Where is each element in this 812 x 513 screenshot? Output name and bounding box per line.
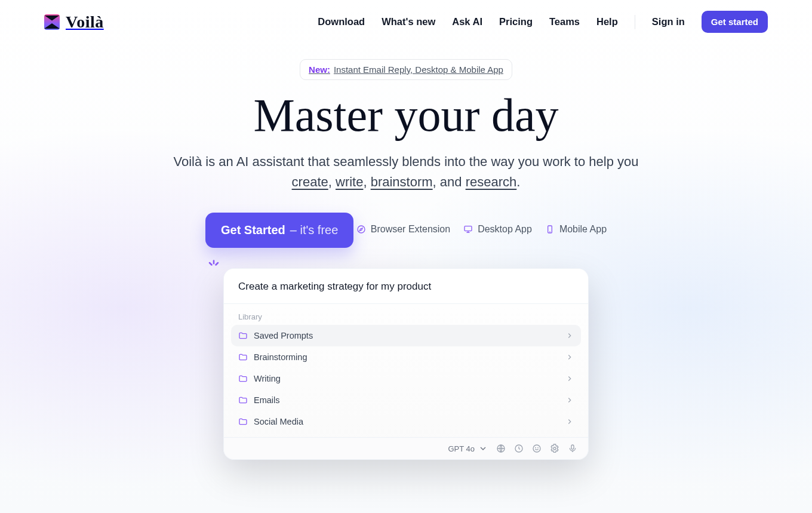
library-item-emails[interactable]: Emails — [231, 389, 581, 411]
badge-text: Instant Email Reply, Desktop & Mobile Ap… — [334, 64, 503, 75]
model-label: GPT 4o — [448, 444, 475, 453]
library-item-label: Social Media — [254, 417, 303, 426]
chevron-right-icon — [565, 417, 574, 426]
hero: New: Instant Email Reply, Desktop & Mobi… — [113, 59, 699, 248]
spark-icon — [205, 259, 222, 275]
chevron-right-icon — [565, 331, 574, 340]
app-mock-footer-right: GPT 4o — [448, 444, 577, 453]
page-subtitle: Voilà is an AI assistant that seamlessly… — [161, 152, 651, 192]
brand-logo-icon — [44, 14, 60, 30]
chevron-right-icon — [565, 374, 574, 383]
platform-desktop[interactable]: Desktop App — [463, 224, 532, 235]
chevron-right-icon — [565, 353, 574, 361]
monitor-icon — [463, 225, 473, 234]
app-mock-footer: GPT 4o — [224, 437, 588, 459]
globe-icon[interactable] — [496, 444, 506, 453]
cta-secondary-label: – it's free — [290, 223, 339, 237]
page-title: Master your day — [128, 91, 684, 140]
folder-icon — [238, 374, 248, 383]
gear-icon[interactable] — [550, 444, 559, 453]
brand[interactable]: Voilà — [44, 13, 104, 32]
subtitle-underline-write: write — [336, 174, 363, 189]
folder-icon — [238, 352, 248, 362]
subtitle-underline-create: create — [292, 174, 328, 189]
clock-icon[interactable] — [514, 444, 524, 453]
cta-main-label: Get Started — [221, 223, 285, 237]
nav-sign-in[interactable]: Sign in — [652, 16, 685, 27]
svg-point-0 — [358, 226, 365, 233]
subtitle-pre: Voilà is an AI assistant that seamlessly… — [174, 154, 639, 169]
mobile-icon — [545, 225, 555, 234]
nav-whats-new[interactable]: What's new — [382, 16, 435, 27]
svg-rect-9 — [571, 445, 574, 449]
library-item-label: Brainstorming — [254, 352, 307, 362]
compass-icon — [356, 225, 366, 234]
library-item-brainstorming[interactable]: Brainstorming — [231, 346, 581, 368]
badge-new-label: New: — [309, 64, 330, 75]
subtitle-underline-brainstorm: brainstorm — [371, 174, 433, 189]
library-item-writing[interactable]: Writing — [231, 368, 581, 389]
svg-point-5 — [533, 445, 540, 452]
svg-point-7 — [538, 447, 539, 448]
platform-row: Browser Extension Desktop App Mobile App — [356, 224, 607, 235]
nav-help[interactable]: Help — [596, 16, 618, 27]
app-mock-wrap: Create a marketing strategy for my produ… — [209, 268, 603, 474]
prompt-input[interactable]: Create a marketing strategy for my produ… — [224, 269, 588, 304]
main-nav: Download What's new Ask AI Pricing Teams… — [318, 11, 768, 33]
library-item-saved-prompts[interactable]: Saved Prompts — [231, 325, 581, 346]
library-item-label: Saved Prompts — [254, 331, 313, 340]
primary-cta-button[interactable]: Get Started – it's free — [205, 213, 353, 248]
section-label-library: Library — [224, 304, 588, 325]
library-item-social-media[interactable]: Social Media — [231, 411, 581, 432]
svg-point-8 — [553, 447, 556, 450]
platform-browser[interactable]: Browser Extension — [356, 224, 450, 235]
platform-mobile[interactable]: Mobile App — [545, 224, 607, 235]
smile-icon[interactable] — [532, 444, 542, 453]
app-mock-window: Create a marketing strategy for my produ… — [223, 268, 589, 460]
svg-rect-1 — [465, 226, 472, 231]
nav-pricing[interactable]: Pricing — [499, 16, 533, 27]
nav-ask-ai[interactable]: Ask AI — [452, 16, 482, 27]
svg-point-6 — [536, 447, 536, 448]
model-select[interactable]: GPT 4o — [448, 444, 488, 453]
mic-icon[interactable] — [568, 444, 577, 453]
library-item-label: Emails — [254, 395, 280, 405]
subtitle-underline-research: research — [466, 174, 517, 189]
nav-divider — [635, 15, 635, 29]
nav-get-started-button[interactable]: Get started — [702, 11, 768, 33]
nav-teams[interactable]: Teams — [549, 16, 580, 27]
folder-icon — [238, 331, 248, 340]
nav-download[interactable]: Download — [318, 16, 365, 27]
library-list: Saved Prompts Brainstorming Writing — [224, 325, 588, 437]
chevron-down-icon — [478, 444, 488, 453]
brand-name: Voilà — [66, 13, 104, 32]
library-item-label: Writing — [254, 374, 281, 383]
header: Voilà Download What's new Ask AI Pricing… — [30, 0, 782, 33]
folder-icon — [238, 395, 248, 405]
folder-icon — [238, 417, 248, 426]
whats-new-badge[interactable]: New: Instant Email Reply, Desktop & Mobi… — [300, 59, 512, 80]
chevron-right-icon — [565, 396, 574, 404]
